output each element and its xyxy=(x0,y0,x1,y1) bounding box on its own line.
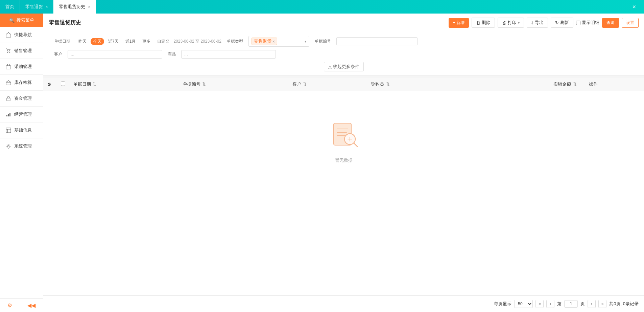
gear-bottom-icon[interactable]: ⚙ xyxy=(7,302,12,309)
filter-area: 单据日期 昨天 今天 近7天 近1月 更多 自定义 2023-06-02 至 2… xyxy=(49,32,639,75)
export-button[interactable]: ⤵ 导出 xyxy=(527,18,548,28)
goods-filter-select[interactable]: ... xyxy=(181,50,276,59)
filter-row-1: 单据日期 昨天 今天 近7天 近1月 更多 自定义 2023-06-02 至 2… xyxy=(54,36,633,47)
type-filter-tag: 零售退货 × xyxy=(252,38,278,45)
show-detail-checkbox[interactable] xyxy=(576,21,580,25)
show-detail-checkbox-label[interactable]: 显示明细 xyxy=(576,20,599,26)
sidebar-search-button[interactable]: 🔍 搜索菜单 xyxy=(0,14,43,27)
sidebar-item-inventory[interactable]: 库存核算 xyxy=(0,75,43,91)
table-container: ⚙ 单据日期 ⇅ 单据编号 ⇅ xyxy=(43,78,644,295)
th-customer-label: 客户 xyxy=(292,82,301,87)
query-button[interactable]: 查询 xyxy=(602,18,619,28)
customer-filter-select[interactable]: ... xyxy=(68,50,162,59)
print-label: 打印 xyxy=(508,20,517,26)
svg-rect-2 xyxy=(6,66,11,69)
th-customer[interactable]: 客户 ⇅ xyxy=(288,78,367,91)
tab-home-label: 首页 xyxy=(5,4,14,10)
date-custom-btn[interactable]: 自定义 xyxy=(154,38,172,45)
home-icon xyxy=(5,32,11,38)
delete-label: 删除 xyxy=(482,20,491,26)
window-close-button[interactable]: × xyxy=(629,3,639,10)
table-settings-icon[interactable]: ⚙ xyxy=(47,82,51,87)
goods-filter-label: 商品 xyxy=(168,51,176,57)
type-filter-chevron-icon: ▾ xyxy=(305,40,306,43)
goods-placeholder: ... xyxy=(184,52,273,57)
filter-row-2: 客户 ... 商品 ... xyxy=(54,50,633,59)
svg-point-9 xyxy=(8,146,9,147)
sidebar-item-ops[interactable]: 经营管理 xyxy=(0,107,43,122)
show-detail-label: 显示明细 xyxy=(582,20,599,26)
th-amount[interactable]: 实销金额 ⇅ xyxy=(461,78,585,91)
tab-retail-return-history[interactable]: 零售退货历史 × xyxy=(53,0,96,14)
svg-rect-5 xyxy=(6,115,7,116)
date-more-btn[interactable]: 更多 xyxy=(140,38,153,45)
chart-icon xyxy=(5,111,11,117)
type-filter-tag-remove[interactable]: × xyxy=(272,39,275,44)
sidebar-item-finance[interactable]: 资金管理 xyxy=(0,91,43,107)
empty-state: 暂无数据 xyxy=(43,91,644,191)
empty-icon xyxy=(327,118,361,152)
select-all-checkbox[interactable] xyxy=(61,82,65,86)
date-range-text: 2023-06-02 至 2023-06-02 xyxy=(173,39,221,44)
page-number-input[interactable] xyxy=(564,300,578,308)
collapse-icon: △ xyxy=(328,64,332,69)
settings-filter-button[interactable]: 设置 xyxy=(622,18,639,28)
tab-retail-return-label: 零售退货 xyxy=(25,4,43,10)
th-action: 操作 xyxy=(585,78,644,91)
page-label-suffix: 页 xyxy=(580,301,585,307)
th-date[interactable]: 单据日期 ⇅ xyxy=(69,78,179,91)
th-settings[interactable]: ⚙ xyxy=(43,78,57,91)
svg-rect-3 xyxy=(6,82,11,85)
sidebar-item-quick-nav-label: 快捷导航 xyxy=(14,32,32,38)
customer-placeholder: ... xyxy=(71,52,159,57)
print-chevron-icon: ▾ xyxy=(518,21,520,25)
tab-home[interactable]: 首页 xyxy=(0,0,20,14)
type-filter-select[interactable]: 零售退货 × ▾ xyxy=(248,36,309,47)
svg-rect-8 xyxy=(6,128,11,133)
date-1month-btn[interactable]: 近1月 xyxy=(123,38,139,45)
tab-retail-return[interactable]: 零售退货 × xyxy=(20,0,53,14)
new-button[interactable]: + 新增 xyxy=(449,18,469,28)
sidebar-item-purchase-mgmt[interactable]: 采购管理 xyxy=(0,59,43,75)
tab-retail-return-history-label: 零售退货历史 xyxy=(59,4,85,10)
next-page-button[interactable]: › xyxy=(588,300,596,308)
search-icon: 🔍 xyxy=(9,18,15,23)
sidebar-item-system-label: 系统管理 xyxy=(14,143,32,149)
sidebar-item-sales-mgmt[interactable]: 销售管理 xyxy=(0,43,43,59)
sidebar-item-quick-nav[interactable]: 快捷导航 xyxy=(0,27,43,43)
main-layout: 🔍 搜索菜单 快捷导航 销售管理 采购管理 xyxy=(0,14,644,312)
delete-button[interactable]: 🗑 删除 xyxy=(472,18,495,28)
refresh-label: 刷新 xyxy=(560,20,569,26)
date-7days-btn[interactable]: 近7天 xyxy=(105,38,121,45)
th-guide[interactable]: 导购员 ⇅ xyxy=(367,78,461,91)
print-button[interactable]: 🖨 打印 ▾ xyxy=(498,18,524,28)
tab-retail-return-history-close[interactable]: × xyxy=(88,5,90,9)
prev-page-button[interactable]: ‹ xyxy=(546,300,554,308)
last-page-button[interactable]: » xyxy=(598,300,606,308)
th-guide-label: 导购员 xyxy=(371,82,384,87)
date-yesterday-btn[interactable]: 昨天 xyxy=(76,38,89,45)
number-sort-icon: ⇅ xyxy=(202,82,206,87)
date-today-btn[interactable]: 今天 xyxy=(91,38,104,45)
page-size-label: 每页显示 xyxy=(494,301,511,307)
date-filter-group: 昨天 今天 近7天 近1月 更多 自定义 2023-06-02 至 2023-0… xyxy=(76,38,221,45)
th-amount-label: 实销金额 xyxy=(553,82,571,87)
th-checkbox[interactable] xyxy=(57,78,69,91)
collapse-button[interactable]: △ 收起更多条件 xyxy=(324,62,364,71)
sidebar-item-finance-label: 资金管理 xyxy=(14,95,32,102)
tab-retail-return-close[interactable]: × xyxy=(46,5,48,9)
volume-icon[interactable]: ◀◀ xyxy=(27,302,35,309)
doc-number-input[interactable] xyxy=(336,37,418,45)
page-size-select[interactable]: 20 50 100 xyxy=(514,300,533,308)
sidebar-item-basic-info[interactable]: 基础信息 xyxy=(0,122,43,138)
th-number[interactable]: 单据编号 ⇅ xyxy=(179,78,288,91)
page-header: 零售退货历史 + 新增 🗑 删除 🖨 打印 ▾ ⤵ 导出 xyxy=(43,14,644,76)
sidebar-item-sales-mgmt-label: 销售管理 xyxy=(14,48,32,54)
first-page-button[interactable]: « xyxy=(535,300,544,308)
toolbar: + 新增 🗑 删除 🖨 打印 ▾ ⤵ 导出 ↻ xyxy=(449,18,639,28)
delete-icon: 🗑 xyxy=(476,20,480,25)
refresh-button[interactable]: ↻ 刷新 xyxy=(551,18,573,28)
type-filter-label: 单据类型 xyxy=(227,39,243,44)
th-date-label: 单据日期 xyxy=(73,82,91,87)
sidebar-item-system[interactable]: 系统管理 xyxy=(0,138,43,154)
